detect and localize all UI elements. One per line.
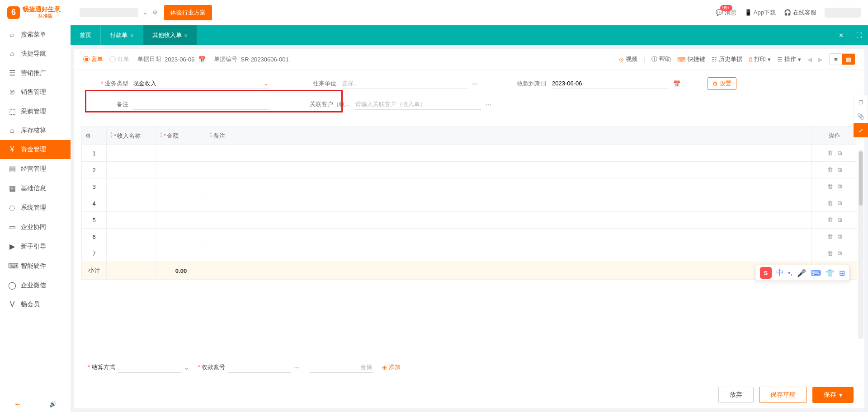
sidebar-item-10[interactable]: ▭企业协同 [0, 217, 71, 237]
tab-1[interactable]: 付款单× [101, 25, 143, 45]
chevron-down-icon[interactable]: ⌄ [184, 364, 189, 371]
radio-blue[interactable]: 蓝单 [83, 55, 103, 63]
cell-remark[interactable] [206, 212, 812, 229]
sidebar-item-5[interactable]: ⌂库存核算 [0, 121, 71, 140]
account-lookup[interactable]: ⋯ [294, 364, 301, 371]
delete-icon[interactable]: 🗑 [827, 216, 833, 224]
app-download-link[interactable]: 📱 App下载 [745, 9, 776, 17]
user-avatar-blur[interactable] [825, 8, 861, 18]
sidebar-item-8[interactable]: ▦基础信息 [0, 178, 71, 198]
cell-name[interactable] [107, 245, 156, 262]
date-value[interactable]: 2023-06-06 [165, 56, 195, 63]
float-attach-icon[interactable]: 📎 [854, 109, 868, 123]
view-list[interactable]: ≡ [830, 54, 842, 65]
sidebar-item-13[interactable]: ◯企业微信 [0, 276, 71, 295]
grid-scrollbar[interactable] [858, 150, 863, 339]
copy-icon[interactable]: ⧉ [838, 233, 842, 240]
trial-button[interactable]: 体验行业方案 [164, 5, 212, 20]
col-income-name[interactable]: ▴▾*收入名称 [107, 126, 156, 145]
table-row[interactable]: 7🗑⧉ [82, 245, 857, 262]
copy-icon[interactable]: ⧉ [838, 200, 842, 207]
company-selector[interactable]: ⌄ [80, 8, 152, 17]
ime-keyboard-icon[interactable]: ⌨ [811, 269, 821, 277]
messages-link[interactable]: 💬 消息 99+ [716, 9, 736, 17]
shortcut-link[interactable]: ⌨快捷键 [677, 55, 705, 63]
sidebar-item-2[interactable]: ☰营销推广 [0, 63, 71, 83]
tab-0[interactable]: 首页 [71, 25, 101, 45]
sidebar-item-9[interactable]: ◌系统管理 [0, 198, 71, 217]
delete-icon[interactable]: 🗑 [827, 183, 833, 190]
radio-red[interactable]: 红单 [109, 55, 129, 63]
next-doc[interactable]: ▶ [818, 56, 823, 63]
table-row[interactable]: 1🗑⧉ [82, 145, 857, 162]
close-icon[interactable]: × [184, 32, 188, 39]
cell-name[interactable] [107, 162, 156, 178]
sidebar-item-4[interactable]: ⬚采购管理 [0, 102, 71, 121]
ime-lang[interactable]: 中 [776, 268, 783, 278]
delete-icon[interactable]: 🗑 [827, 233, 833, 240]
calendar-icon[interactable]: 📅 [673, 80, 680, 87]
cell-amount[interactable] [156, 178, 206, 195]
cell-remark[interactable] [206, 178, 812, 195]
copy-icon[interactable]: ⧉ [838, 150, 842, 157]
cell-remark[interactable] [206, 229, 812, 245]
ime-grid-icon[interactable]: ⊞ [839, 269, 845, 277]
rel-customer-input[interactable] [354, 99, 481, 110]
float-expand-icon[interactable]: ⤢ [854, 123, 868, 137]
sidebar-sound[interactable]: 🔊 [35, 396, 71, 412]
tab-close-all[interactable]: ✕ [832, 32, 850, 39]
settle-method-input[interactable] [118, 362, 181, 373]
copy-icon[interactable]: ⧉ [838, 216, 842, 224]
due-input[interactable] [551, 78, 669, 89]
remark-input[interactable] [133, 99, 269, 110]
cell-amount[interactable] [156, 212, 206, 229]
cell-amount[interactable] [156, 145, 206, 162]
print-link[interactable]: ⎙打印▾ [749, 55, 771, 63]
table-row[interactable]: 4🗑⧉ [82, 195, 857, 212]
table-row[interactable]: 5🗑⧉ [82, 212, 857, 229]
history-link[interactable]: ☷历史单据 [712, 55, 742, 63]
cell-remark[interactable] [206, 162, 812, 178]
table-row[interactable]: 3🗑⧉ [82, 178, 857, 195]
save-draft-button[interactable]: 保存草稿 [759, 387, 807, 403]
partner-lookup[interactable]: ⋯ [472, 80, 479, 87]
delete-icon[interactable]: 🗑 [827, 200, 833, 207]
sidebar-item-7[interactable]: ▤经营管理 [0, 159, 71, 178]
save-button[interactable]: 保存▾ [812, 387, 854, 403]
copy-icon[interactable]: ⧉ [838, 166, 842, 173]
biz-type-select[interactable]: 现金收入 ⌄ [133, 79, 269, 89]
settle-account-input[interactable] [228, 362, 291, 373]
cell-amount[interactable] [156, 162, 206, 178]
ime-voice-icon[interactable]: 🎤 [797, 269, 806, 277]
sidebar-item-1[interactable]: ⌂快捷导航 [0, 44, 71, 63]
cell-name[interactable] [107, 195, 156, 212]
cell-amount[interactable] [156, 195, 206, 212]
cell-remark[interactable] [206, 195, 812, 212]
calendar-icon[interactable]: 📅 [198, 56, 206, 63]
float-note-icon[interactable]: 🗒 [854, 95, 868, 109]
delete-icon[interactable]: 🗑 [827, 166, 833, 173]
sidebar-item-3[interactable]: ⎚销售管理 [0, 83, 71, 102]
sidebar-item-12[interactable]: ⌨智能硬件 [0, 256, 71, 276]
ime-skin-icon[interactable]: 👕 [826, 269, 835, 277]
cell-name[interactable] [107, 229, 156, 245]
delete-icon[interactable]: 🗑 [827, 250, 833, 257]
rel-customer-lookup[interactable]: ⋯ [486, 101, 492, 108]
copy-icon[interactable]: ⧉ [838, 250, 842, 257]
cell-name[interactable] [107, 212, 156, 229]
discard-button[interactable]: 放弃 [718, 387, 754, 403]
sidebar-item-11[interactable]: ▶新手引导 [0, 237, 71, 256]
col-remark[interactable]: ▴▾备注 [206, 126, 812, 145]
video-link[interactable]: ⊙视频 [619, 55, 637, 63]
cell-name[interactable] [107, 145, 156, 162]
col-amount[interactable]: ▴▾*金额 [156, 126, 206, 145]
sidebar-item-6[interactable]: ¥资金管理 [0, 140, 71, 159]
sidebar-item-0[interactable]: ⌕搜索菜单 [0, 25, 71, 44]
prev-doc[interactable]: ◀ [807, 56, 812, 63]
gear-icon[interactable]: ⚙ [152, 9, 158, 16]
copy-icon[interactable]: ⧉ [838, 183, 842, 190]
cell-name[interactable] [107, 178, 156, 195]
tab-2[interactable]: 其他收入单× [143, 25, 198, 45]
cell-amount[interactable] [156, 229, 206, 245]
table-row[interactable]: 6🗑⧉ [82, 229, 857, 245]
